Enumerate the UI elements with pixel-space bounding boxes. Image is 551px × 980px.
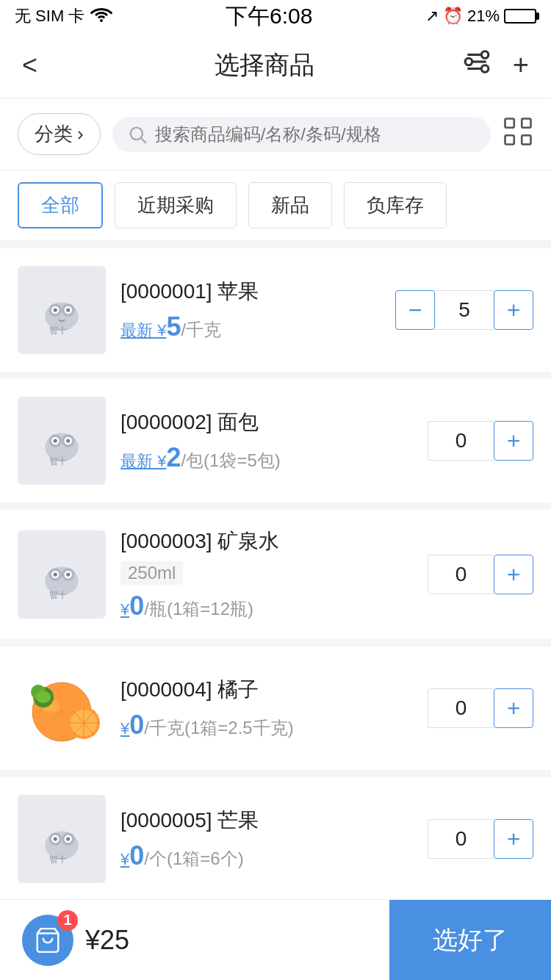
qty-control-0000003: + — [428, 555, 533, 594]
svg-point-3 — [465, 58, 472, 65]
price-label: 最新 — [120, 452, 157, 470]
cart-total: ¥25 — [85, 925, 129, 956]
svg-rect-8 — [505, 119, 514, 128]
product-info-0000001: [0000001] 苹果 最新 ¥5/千克 — [120, 278, 381, 342]
product-name: [0000003] 矿泉水 — [120, 527, 413, 555]
product-name: [0000005] 芒果 — [120, 807, 413, 835]
product-price: ¥0/千克(1箱=2.5千克) — [120, 710, 413, 741]
product-image-0000004 — [18, 664, 106, 752]
product-item-0000001: 智十 [0000001] 苹果 最新 ¥5/千克 − + — [0, 248, 551, 372]
svg-text:智十: 智十 — [49, 854, 67, 865]
filter-bar: 分类 › — [0, 98, 551, 170]
price-unit: /个(1箱=6个) — [144, 849, 243, 868]
product-image-0000005: 智十 — [18, 795, 106, 883]
add-button[interactable]: + — [513, 49, 529, 81]
search-box — [112, 117, 491, 152]
product-image-0000002: 智十 — [18, 397, 106, 485]
svg-line-7 — [141, 138, 145, 143]
svg-point-5 — [481, 65, 489, 73]
svg-point-36 — [54, 572, 57, 576]
search-input[interactable] — [155, 124, 476, 145]
qty-increase-button[interactable]: + — [494, 555, 533, 594]
qty-increase-button[interactable]: + — [494, 290, 533, 330]
svg-text:智十: 智十 — [49, 325, 67, 336]
qty-input[interactable] — [435, 290, 494, 330]
sim-label: 无 SIM 卡 — [15, 5, 84, 27]
category-button[interactable]: 分类 › — [18, 113, 101, 155]
product-item-0000002: 智十 [0000002] 面包 最新 ¥2/包(1袋=5包) + — [0, 379, 551, 502]
battery-icon — [504, 9, 536, 24]
confirm-button[interactable]: 选好了 — [389, 900, 551, 981]
chevron-right-icon: › — [77, 123, 84, 145]
qty-input[interactable] — [428, 421, 494, 461]
qty-input[interactable] — [428, 555, 494, 594]
price-num: 0 — [129, 591, 144, 621]
price-num: 2 — [166, 442, 181, 472]
product-name: [0000004] 橘子 — [120, 676, 413, 704]
bottom-bar: 1 ¥25 选好了 — [0, 899, 551, 980]
product-item-0000004: [0000004] 橘子 ¥0/千克(1箱=2.5千克) + — [0, 646, 551, 770]
nav-bar: < 选择商品 + — [0, 32, 551, 98]
product-info-0000003: [0000003] 矿泉水 250ml ¥0/瓶(1箱=12瓶) — [120, 527, 413, 621]
product-info-0000005: [0000005] 芒果 ¥0/个(1箱=6个) — [120, 807, 413, 871]
price-label: 最新 — [120, 321, 157, 339]
cart-badge: 1 — [57, 910, 78, 931]
qty-control-0000005: + — [428, 819, 533, 859]
product-price: 最新 ¥5/千克 — [120, 311, 381, 342]
location-icon: ↗ — [425, 7, 439, 26]
qty-increase-button[interactable]: + — [494, 819, 533, 859]
svg-point-60 — [54, 837, 57, 840]
cart-button[interactable]: 1 — [22, 915, 73, 966]
svg-point-29 — [66, 439, 70, 442]
product-name: [0000002] 面包 — [120, 408, 413, 436]
page-title: 选择商品 — [215, 48, 314, 82]
battery-percent: 21% — [467, 7, 500, 26]
qty-increase-button[interactable]: + — [494, 421, 533, 461]
time-display: 下午6:08 — [226, 1, 312, 32]
svg-point-37 — [66, 572, 70, 576]
svg-text:智十: 智十 — [49, 590, 67, 600]
search-icon — [127, 124, 148, 145]
qty-input[interactable] — [428, 819, 494, 859]
qty-decrease-button[interactable]: − — [395, 290, 435, 330]
product-price: 最新 ¥2/包(1袋=5包) — [120, 442, 413, 473]
scan-icon[interactable] — [503, 116, 533, 152]
price-num: 0 — [129, 710, 144, 740]
price-num: 0 — [129, 840, 144, 871]
wifi-icon — [90, 6, 112, 26]
alarm-icon: ⏰ — [443, 7, 463, 26]
product-info-0000002: [0000002] 面包 最新 ¥2/包(1袋=5包) — [120, 408, 413, 473]
svg-text:智十: 智十 — [49, 456, 67, 466]
product-list: 智十 [0000001] 苹果 最新 ¥5/千克 − + — [0, 241, 551, 980]
price-unit: /包(1袋=5包) — [181, 450, 280, 470]
product-image-0000001: 智十 — [18, 266, 106, 354]
svg-point-20 — [54, 308, 57, 311]
qty-input[interactable] — [428, 688, 494, 728]
cart-icon — [34, 926, 62, 954]
svg-point-6 — [130, 127, 142, 139]
product-price: ¥0/个(1箱=6个) — [120, 840, 413, 871]
tab-all[interactable]: 全部 — [18, 182, 103, 228]
status-left: 无 SIM 卡 — [15, 5, 112, 27]
product-name: [0000001] 苹果 — [120, 278, 381, 306]
price-unit: /千克(1箱=2.5千克) — [144, 718, 293, 738]
back-button[interactable]: < — [22, 50, 66, 81]
tab-recent[interactable]: 近期采购 — [115, 182, 237, 228]
status-bar: 无 SIM 卡 下午6:08 ↗ ⏰ 21% — [0, 0, 551, 32]
tabs-bar: 全部 近期采购 新品 负库存 — [0, 170, 551, 241]
tab-new[interactable]: 新品 — [248, 182, 332, 228]
svg-point-21 — [66, 308, 70, 311]
product-item-0000003: 智十 [0000003] 矿泉水 250ml ¥0/瓶(1箱=12瓶) + — [0, 510, 551, 639]
qty-control-0000004: + — [428, 688, 533, 728]
qty-control-0000002: + — [428, 421, 533, 461]
cart-area: 1 ¥25 — [0, 915, 389, 966]
price-num: 5 — [166, 311, 181, 342]
product-image-0000003: 智十 — [18, 530, 106, 619]
tab-negative[interactable]: 负库存 — [344, 182, 447, 228]
filter-icon[interactable] — [463, 48, 491, 82]
product-item-0000005: 智十 [0000005] 芒果 ¥0/个(1箱=6个) + — [0, 777, 551, 901]
qty-increase-button[interactable]: + — [494, 688, 533, 728]
status-right: ↗ ⏰ 21% — [425, 7, 536, 26]
product-spec: 250ml — [120, 561, 183, 585]
product-price: ¥0/瓶(1箱=12瓶) — [120, 591, 413, 621]
